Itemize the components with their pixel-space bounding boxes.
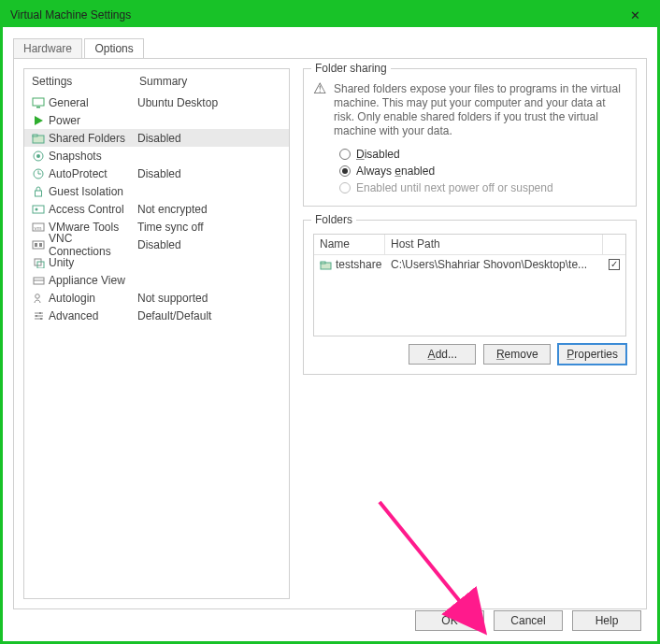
- settings-item-autoprotect[interactable]: AutoProtect Disabled: [24, 165, 289, 182]
- svg-rect-26: [39, 312, 41, 314]
- radio-enabled-until: Enabled until next power off or suspend: [339, 181, 626, 194]
- settings-item-vnc[interactable]: VNC Connections Disabled: [24, 236, 289, 253]
- svg-point-22: [35, 293, 39, 298]
- svg-rect-0: [33, 98, 44, 106]
- radio-icon: [339, 182, 351, 193]
- lock-icon: [30, 184, 47, 199]
- folder-shared-icon: [30, 131, 47, 146]
- settings-item-label: Guest Isolation: [49, 185, 137, 198]
- window-title: Virtual Machine Settings: [10, 8, 616, 21]
- radio-icon: [339, 165, 351, 177]
- radio-disabled[interactable]: Disabled: [339, 148, 626, 161]
- folder-enabled-checkbox[interactable]: ✓: [609, 259, 620, 270]
- svg-rect-1: [36, 107, 40, 108]
- svg-rect-28: [40, 318, 42, 320]
- col-enabled: [603, 235, 625, 255]
- radio-label: Always enabled: [356, 165, 435, 178]
- settings-item-label: Advanced: [49, 309, 137, 322]
- warning-icon: ⚠: [313, 82, 326, 138]
- settings-item-label: Appliance View: [49, 274, 137, 287]
- settings-item-guest-isolation[interactable]: Guest Isolation: [24, 182, 289, 200]
- settings-list-header: Settings Summary: [24, 69, 289, 93]
- monitor-icon: [30, 95, 47, 110]
- radio-label: Enabled until next power off or suspend: [356, 181, 553, 194]
- folder-sharing-group: Folder sharing ⚠ Shared folders expose y…: [303, 68, 637, 207]
- folders-table-row[interactable]: testshare C:\Users\Shahriar Shovon\Deskt…: [314, 255, 625, 274]
- ok-button[interactable]: OK: [415, 610, 484, 631]
- snapshot-icon: [30, 149, 47, 164]
- settings-item-appliance-view[interactable]: Appliance View: [24, 271, 289, 289]
- folder-host-path: C:\Users\Shahriar Shovon\Desktop\te...: [385, 256, 603, 273]
- settings-item-autologin[interactable]: Autologin Not supported: [24, 289, 289, 307]
- settings-item-label: General: [49, 96, 137, 109]
- settings-item-access-control[interactable]: Access Control Not encrypted: [24, 200, 289, 218]
- folder-sharing-legend: Folder sharing: [311, 62, 391, 75]
- settings-item-label: Snapshots: [49, 150, 137, 163]
- settings-item-label: Access Control: [49, 203, 137, 216]
- settings-item-summary: Not encrypted: [137, 203, 208, 216]
- settings-item-summary: Ubuntu Desktop: [137, 96, 218, 109]
- help-button[interactable]: Help: [572, 610, 641, 631]
- remove-button[interactable]: Remove: [483, 344, 551, 365]
- user-key-icon: [30, 291, 47, 306]
- titlebar: Virtual Machine Settings ✕: [3, 3, 657, 27]
- sliders-icon: [30, 308, 47, 323]
- settings-item-summary: Not supported: [137, 292, 208, 305]
- radio-always-enabled[interactable]: Always enabled: [339, 165, 626, 178]
- play-icon: [30, 113, 47, 128]
- settings-item-label: Unity: [49, 256, 137, 269]
- svg-rect-15: [33, 241, 44, 249]
- radio-icon: [339, 149, 351, 160]
- svg-rect-16: [35, 243, 37, 247]
- appliance-icon: [30, 273, 47, 288]
- tab-hardware[interactable]: Hardware: [13, 38, 82, 58]
- tabstrip: Hardware Options: [13, 37, 654, 58]
- key-icon: [30, 202, 47, 217]
- vnc-icon: [30, 237, 47, 252]
- options-panel: Settings Summary General Ubuntu Desktop …: [13, 58, 647, 609]
- col-settings: Settings: [32, 75, 139, 88]
- settings-item-general[interactable]: General Ubuntu Desktop: [24, 93, 289, 111]
- settings-item-power[interactable]: Power: [24, 111, 289, 129]
- add-button[interactable]: Add...: [409, 344, 476, 365]
- folders-table-header: Name Host Path: [314, 235, 625, 255]
- settings-item-label: AutoProtect: [49, 167, 137, 180]
- settings-item-summary: Disabled: [137, 238, 181, 251]
- svg-marker-2: [35, 116, 43, 125]
- settings-item-label: VNC Connections: [49, 232, 137, 258]
- dialog-footer: OK Cancel Help: [415, 610, 641, 631]
- vm-settings-window: Virtual Machine Settings ✕ Hardware Opti…: [0, 0, 660, 644]
- settings-item-summary: Disabled: [137, 167, 181, 180]
- folders-legend: Folders: [311, 213, 356, 226]
- folder-icon: [320, 260, 332, 270]
- folders-table[interactable]: Name Host Path testshare C:\Users\Shahri…: [313, 234, 626, 336]
- svg-point-6: [36, 154, 40, 158]
- svg-rect-30: [321, 262, 325, 264]
- col-name[interactable]: Name: [314, 235, 385, 255]
- col-summary: Summary: [139, 75, 187, 88]
- settings-item-label: Autologin: [49, 292, 137, 305]
- settings-item-label: Shared Folders: [49, 132, 137, 145]
- tab-options[interactable]: Options: [84, 38, 143, 58]
- properties-button[interactable]: Properties: [558, 344, 626, 365]
- folders-group: Folders Name Host Path testshare: [303, 220, 637, 375]
- svg-rect-11: [33, 206, 44, 213]
- svg-rect-27: [36, 315, 37, 317]
- col-host-path[interactable]: Host Path: [385, 235, 603, 255]
- radio-label: Disabled: [356, 148, 400, 161]
- cancel-button[interactable]: Cancel: [494, 610, 563, 631]
- tools-icon: vm: [30, 220, 47, 235]
- settings-item-snapshots[interactable]: Snapshots: [24, 147, 289, 165]
- svg-rect-10: [36, 191, 42, 196]
- settings-item-summary: Disabled: [137, 132, 181, 145]
- settings-item-advanced[interactable]: Advanced Default/Default: [24, 307, 289, 324]
- folder-name: testshare: [336, 258, 381, 271]
- clock-icon: [30, 166, 47, 181]
- settings-item-unity[interactable]: Unity: [24, 253, 289, 271]
- svg-point-12: [36, 208, 38, 210]
- settings-item-shared-folders[interactable]: Shared Folders Disabled: [24, 129, 289, 147]
- settings-list[interactable]: Settings Summary General Ubuntu Desktop …: [23, 68, 290, 599]
- unity-icon: [30, 255, 47, 270]
- svg-text:vm: vm: [35, 224, 42, 230]
- close-button[interactable]: ✕: [616, 6, 653, 24]
